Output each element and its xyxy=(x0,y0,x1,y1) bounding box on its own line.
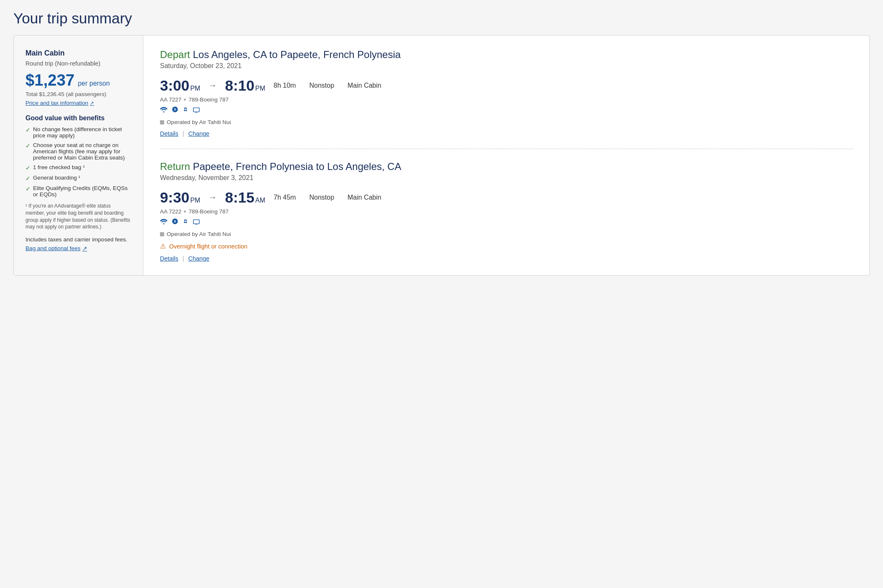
depart-operated: Operated by Air Tahiti Nui xyxy=(160,119,853,125)
return-arrow-right-icon: → xyxy=(208,193,216,202)
depart-amenities xyxy=(160,106,853,116)
return-usb-icon xyxy=(183,218,188,228)
depart-time: 3:00PM xyxy=(160,77,200,94)
return-depart-ampm: PM xyxy=(190,197,200,204)
cabin-label: Main Cabin xyxy=(25,49,131,58)
return-depart-time: 9:30PM xyxy=(160,189,200,206)
benefit-text-4: General boarding ¹ xyxy=(33,175,80,181)
benefit-item-3: ✓ 1 free checked bag ¹ xyxy=(25,164,131,171)
operated-square-icon xyxy=(160,120,164,124)
benefit-item-2: ✓ Choose your seat at no charge on Ameri… xyxy=(25,142,131,161)
arrow-right-icon: → xyxy=(208,81,216,90)
return-power-icon xyxy=(172,218,178,228)
external-link-icon: ↗ xyxy=(90,100,94,106)
depart-aircraft: 789-Boeing 787 xyxy=(188,96,228,103)
depart-details-link[interactable]: Details xyxy=(160,130,178,137)
depart-operated-text: Operated by Air Tahiti Nui xyxy=(167,119,231,125)
entertainment-icon xyxy=(193,106,200,116)
depart-flight-section: Depart Los Angeles, CA to Papeete, Frenc… xyxy=(160,49,853,137)
depart-duration: 8h 10m xyxy=(274,82,296,89)
return-times-row: 9:30PM → 8:15AM 7h 45m Nonstop Main Cabi… xyxy=(160,189,853,206)
return-label: Return xyxy=(160,161,190,172)
check-icon-2: ✓ xyxy=(25,142,30,149)
dot-separator xyxy=(184,99,186,101)
return-route: Papeete, French Polynesia to Los Angeles… xyxy=(193,161,401,172)
return-nonstop: Nonstop xyxy=(309,194,334,201)
trip-type: Round trip (Non-refundable) xyxy=(25,60,131,67)
return-operated-square-icon xyxy=(160,232,164,236)
wifi-icon xyxy=(160,106,167,116)
depart-times-row: 3:00PM → 8:10PM 8h 10m Nonstop Main Cabi… xyxy=(160,77,853,94)
power-icon xyxy=(172,106,178,116)
check-icon-5: ✓ xyxy=(25,185,30,192)
right-panel: Depart Los Angeles, CA to Papeete, Frenc… xyxy=(143,35,869,275)
check-icon-4: ✓ xyxy=(25,175,30,182)
check-icon-3: ✓ xyxy=(25,165,30,171)
price-tax-link[interactable]: Price and tax information ↗ xyxy=(25,100,94,106)
return-dot-separator xyxy=(184,210,186,213)
depart-route-heading: Depart Los Angeles, CA to Papeete, Frenc… xyxy=(160,49,853,61)
benefit-text-5: Elite Qualifying Credits (EQMs, EQSs or … xyxy=(33,185,131,198)
includes-taxes: Includes taxes and carrier imposed fees. xyxy=(25,236,131,243)
depart-date: Saturday, October 23, 2021 xyxy=(160,62,853,70)
price-row: $1,237 per person xyxy=(25,71,131,89)
trip-summary-card: Main Cabin Round trip (Non-refundable) $… xyxy=(13,35,870,276)
usb-icon xyxy=(183,106,188,116)
return-flight-info: AA 7222 789-Boeing 787 xyxy=(160,208,853,215)
left-panel: Main Cabin Round trip (Non-refundable) $… xyxy=(14,35,143,275)
return-operated: Operated by Air Tahiti Nui xyxy=(160,231,853,237)
pipe-separator: | xyxy=(183,130,184,137)
benefit-text-1: No change fees (difference in ticket pri… xyxy=(33,126,131,139)
warning-triangle-icon: ⚠ xyxy=(160,242,166,250)
depart-links-row: Details | Change xyxy=(160,130,853,137)
depart-cabin: Main Cabin xyxy=(348,82,381,89)
price-total: Total $1,236.45 (all passengers) xyxy=(25,91,131,97)
return-operated-text: Operated by Air Tahiti Nui xyxy=(167,231,231,237)
price-per-person: per person xyxy=(78,80,110,87)
depart-label: Depart xyxy=(160,49,190,60)
page-title: Your trip summary xyxy=(13,10,870,27)
return-links-row: Details | Change xyxy=(160,255,853,262)
return-flight-meta: 7h 45m Nonstop Main Cabin xyxy=(274,194,381,201)
benefit-item-5: ✓ Elite Qualifying Credits (EQMs, EQSs o… xyxy=(25,185,131,198)
return-wifi-icon xyxy=(160,218,167,228)
arrive-time: 8:10PM xyxy=(225,77,265,94)
depart-route: Los Angeles, CA to Papeete, French Polyn… xyxy=(193,49,401,60)
return-date: Wednesday, November 3, 2021 xyxy=(160,174,853,182)
bag-fees-link[interactable]: Bag and optional fees ↗ xyxy=(25,245,87,252)
return-arrive-ampm: AM xyxy=(255,197,265,204)
arrive-ampm: PM xyxy=(255,85,265,92)
overnight-warning-text: Overnight flight or connection xyxy=(169,243,247,250)
depart-flight-number: AA 7227 xyxy=(160,96,181,103)
check-icon-1: ✓ xyxy=(25,127,30,133)
return-amenities xyxy=(160,218,853,228)
return-flight-number: AA 7222 xyxy=(160,208,181,215)
return-aircraft: 789-Boeing 787 xyxy=(188,208,228,215)
return-cabin: Main Cabin xyxy=(348,194,381,201)
bag-fees-external-icon: ↗ xyxy=(82,245,87,252)
footnote: ¹ If you're an AAdvantage® elite status … xyxy=(25,203,131,231)
benefit-item-1: ✓ No change fees (difference in ticket p… xyxy=(25,126,131,139)
return-arrive-time: 8:15AM xyxy=(225,189,265,206)
depart-nonstop: Nonstop xyxy=(309,82,334,89)
return-duration: 7h 45m xyxy=(274,194,296,201)
return-route-heading: Return Papeete, French Polynesia to Los … xyxy=(160,161,853,172)
return-change-link[interactable]: Change xyxy=(188,255,209,262)
benefit-text-3: 1 free checked bag ¹ xyxy=(33,164,85,170)
overnight-warning: ⚠ Overnight flight or connection xyxy=(160,242,853,250)
benefit-text-2: Choose your seat at no charge on America… xyxy=(33,142,131,161)
return-details-link[interactable]: Details xyxy=(160,255,178,262)
return-entertainment-icon xyxy=(193,218,200,228)
return-pipe-separator: | xyxy=(183,255,184,262)
benefit-item-4: ✓ General boarding ¹ xyxy=(25,175,131,182)
depart-flight-meta: 8h 10m Nonstop Main Cabin xyxy=(274,82,381,89)
depart-ampm: PM xyxy=(190,85,200,92)
depart-change-link[interactable]: Change xyxy=(188,130,209,137)
price-main: $1,237 xyxy=(25,71,74,89)
return-flight-section: Return Papeete, French Polynesia to Los … xyxy=(160,149,853,262)
depart-flight-info: AA 7227 789-Boeing 787 xyxy=(160,96,853,103)
benefits-heading: Good value with benefits xyxy=(25,114,131,122)
